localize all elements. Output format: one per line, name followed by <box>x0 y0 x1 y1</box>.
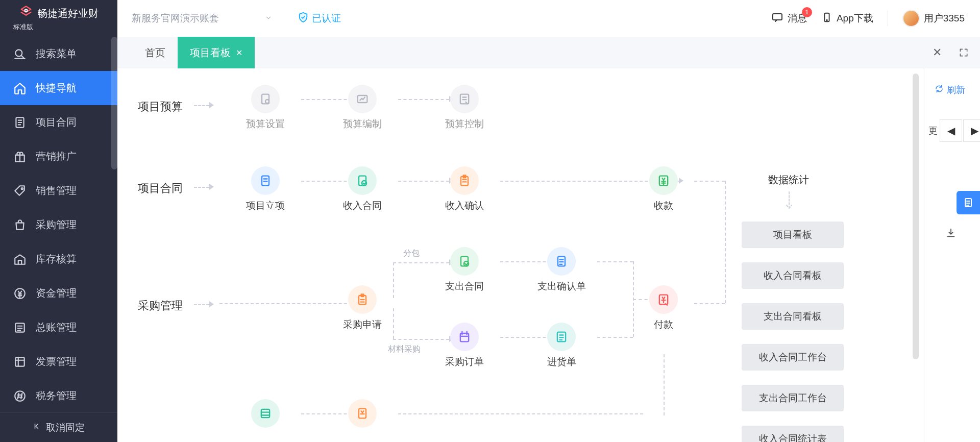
app-logo-area: 畅捷通好业财 标准版 <box>0 0 117 37</box>
row-label-budget: 项目预算 <box>138 99 183 114</box>
svg-point-11 <box>15 391 25 401</box>
document-icon <box>13 116 27 129</box>
logo-icon <box>19 5 33 21</box>
app-edition: 标准版 <box>13 22 33 32</box>
step-purchase-request[interactable]: 采购申请 <box>332 285 393 331</box>
prev-button[interactable]: ◀ <box>940 119 962 142</box>
tag-icon <box>13 184 27 198</box>
stats-btn-expense-workbench[interactable]: 支出合同工作台 <box>742 385 844 411</box>
sidebar-item-search[interactable]: 搜索菜单 <box>0 37 117 71</box>
ledger-icon <box>13 321 27 334</box>
stats-btn-income-workbench[interactable]: 收入合同工作台 <box>742 344 844 371</box>
svg-rect-10 <box>15 357 24 366</box>
step-income-confirm[interactable]: 收入确认 <box>434 166 495 212</box>
shield-icon <box>298 12 309 26</box>
sidebar-item-sales[interactable]: 销售管理 <box>0 174 117 208</box>
account-selector[interactable]: 新服务官网演示账套 <box>132 12 272 25</box>
user-menu[interactable]: 用户3355 <box>902 10 965 27</box>
branch-label-subcontract: 分包 <box>403 248 420 259</box>
unpin-button[interactable]: 取消固定 <box>0 412 117 442</box>
row-label-contract: 项目合同 <box>138 181 183 196</box>
sidebar-item-purchase[interactable]: 采购管理 <box>0 208 117 242</box>
svg-point-0 <box>25 9 28 12</box>
step-payment[interactable]: 付款 <box>633 285 694 331</box>
step-expense-confirm[interactable]: 支出确认单 <box>531 247 592 293</box>
row-label-purchase: 采购管理 <box>138 298 183 313</box>
close-icon[interactable]: ✕ <box>236 48 242 58</box>
main-scrollbar[interactable] <box>913 73 919 359</box>
warehouse-icon <box>13 253 27 266</box>
stats-btn-income-contract-board[interactable]: 收入合同看板 <box>742 262 844 289</box>
step-goods-receipt[interactable]: 进货单 <box>531 323 592 369</box>
download-button[interactable] <box>940 222 962 244</box>
step-purchase-order[interactable]: 采购订单 <box>434 323 495 369</box>
tax-icon <box>13 389 27 403</box>
bag-icon <box>13 218 27 232</box>
sidebar-scrollbar[interactable] <box>111 37 117 169</box>
home-icon <box>13 82 27 95</box>
verified-badge: 已认证 <box>298 12 341 26</box>
gift-icon <box>13 150 27 163</box>
next-button[interactable]: ▶ <box>963 119 980 142</box>
svg-point-7 <box>21 188 23 189</box>
step-project-init[interactable]: 项目立项 <box>235 166 296 212</box>
step-receipt[interactable]: 收款 <box>633 166 694 212</box>
step-income-contract[interactable]: 收入合同 <box>332 166 393 212</box>
step-extra-2[interactable] <box>332 399 393 428</box>
sidebar-item-marketing[interactable]: 营销推广 <box>0 139 117 174</box>
step-expense-contract[interactable]: 支出合同 <box>434 247 495 293</box>
mobile-icon <box>821 11 832 26</box>
arrow-down-icon <box>785 191 794 213</box>
chat-icon <box>771 11 783 26</box>
sidebar-item-inventory[interactable]: 库存核算 <box>0 242 117 276</box>
refresh-icon <box>935 84 944 96</box>
step-budget-setting[interactable]: 预算设置 <box>235 85 296 131</box>
account-selector-label: 新服务官网演示账套 <box>132 12 219 25</box>
svg-point-4 <box>15 50 22 56</box>
fullscreen-button[interactable] <box>952 41 975 64</box>
stats-btn-project-board[interactable]: 项目看板 <box>742 222 844 248</box>
sidebar-item-ledger[interactable]: 总账管理 <box>0 310 117 345</box>
step-budget-compile[interactable]: 预算编制 <box>332 85 393 131</box>
avatar-icon <box>902 10 920 27</box>
step-extra-1[interactable] <box>235 399 296 428</box>
app-download-button[interactable]: App下载 <box>821 11 873 26</box>
chevron-down-icon <box>265 13 272 24</box>
messages-button[interactable]: 消息 1 <box>771 11 807 26</box>
sidebar-item-project-contract[interactable]: 项目合同 <box>0 105 117 139</box>
sidebar-item-invoice[interactable]: 发票管理 <box>0 345 117 379</box>
step-budget-control[interactable]: 预算控制 <box>434 85 495 131</box>
divider <box>888 11 888 26</box>
tab-close-all-button[interactable]: ✕ <box>926 41 948 64</box>
stats-btn-expense-contract-board[interactable]: 支出合同看板 <box>742 303 844 330</box>
money-icon <box>13 287 27 300</box>
svg-rect-1 <box>773 14 782 20</box>
search-icon <box>13 47 27 61</box>
svg-point-13 <box>265 100 269 103</box>
svg-rect-28 <box>261 409 270 418</box>
collapse-icon <box>33 422 42 433</box>
messages-badge: 1 <box>802 7 812 17</box>
sidebar-item-quicknav[interactable]: 快捷导航 <box>0 71 117 105</box>
tab-home[interactable]: 首页 <box>133 37 178 68</box>
stats-title: 数据统计 <box>768 173 809 187</box>
invoice-icon <box>13 355 27 369</box>
app-name: 畅捷通好业财 <box>37 7 99 20</box>
tab-project-board[interactable]: 项目看板 ✕ <box>178 37 255 68</box>
stats-btn-income-stats[interactable]: 收入合同统计表 <box>742 426 844 442</box>
sidebar-item-tax[interactable]: 税务管理 <box>0 379 117 412</box>
sidebar-item-finance[interactable]: 资金管理 <box>0 276 117 310</box>
refresh-button[interactable]: 刷新 <box>935 84 965 96</box>
svg-point-3 <box>826 19 827 20</box>
float-doc-button[interactable] <box>957 191 980 214</box>
more-label: 更 <box>928 125 938 137</box>
branch-label-material: 材料采购 <box>388 344 421 355</box>
